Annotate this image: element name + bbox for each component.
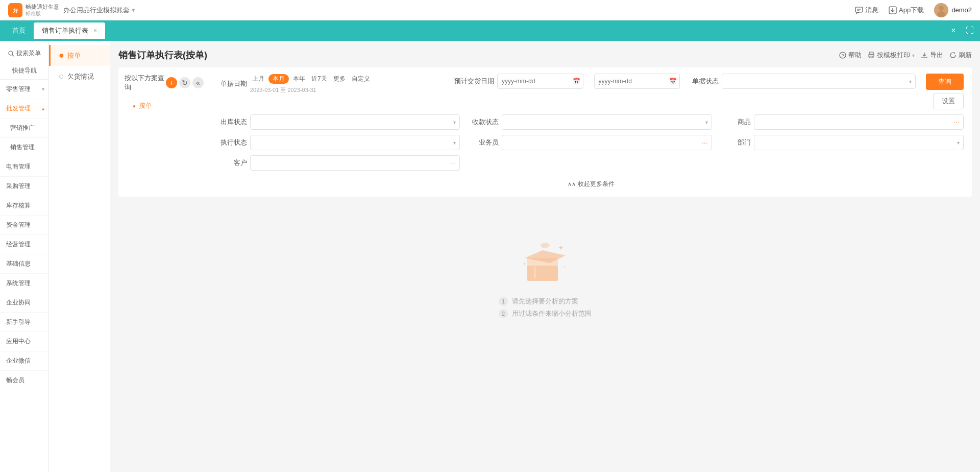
expected-date-label: 预计交货日期 <box>454 77 494 86</box>
product-input[interactable] <box>754 114 964 130</box>
dept-input[interactable] <box>754 135 964 150</box>
sidebar-item-finance[interactable]: 资金管理 <box>0 216 48 235</box>
sidebar-item-newbie[interactable]: 新手引导 <box>0 313 48 332</box>
calendar-end-icon[interactable]: 📅 <box>669 78 677 85</box>
page-actions: ? 帮助 按模板打印 ▾ <box>839 51 972 60</box>
filter-row-4: 客户 ··· <box>218 155 964 171</box>
user-area[interactable]: demo2 <box>934 3 972 17</box>
sidebar-item-wechat[interactable]: 企业微信 <box>0 351 48 371</box>
scheme-item-by-order[interactable]: ● 按单 <box>125 97 204 114</box>
app-download-button[interactable]: App下载 <box>889 6 924 15</box>
sidebar-item-sales[interactable]: 销售管理 <box>0 138 48 157</box>
status-input[interactable] <box>722 74 916 89</box>
date-btn-this-month[interactable]: 本月 <box>268 74 289 84</box>
export-button[interactable]: 导出 <box>921 51 943 60</box>
out-status-field: 出库状态 ▾ <box>218 114 460 130</box>
sidebar-item-inventory[interactable]: 库存核算 <box>0 196 48 216</box>
quick-nav[interactable]: 快捷导航 <box>0 62 48 80</box>
sidebar-item-enterprise[interactable]: 企业协同 <box>0 293 48 313</box>
scheme-title: 按以下方案查询 + ↻ « <box>125 74 204 92</box>
svg-line-11 <box>12 55 14 56</box>
date-btn-custom[interactable]: 自定义 <box>350 74 372 84</box>
sidebar-item-purchase[interactable]: 采购管理 <box>0 177 48 196</box>
sidebar-item-basic-info[interactable]: 基础信息 <box>0 254 48 274</box>
sidebar-item-retail[interactable]: 零售管理 ▾ <box>0 80 48 99</box>
svg-point-10 <box>9 51 13 55</box>
product-dots-icon[interactable]: ··· <box>953 118 960 126</box>
salesperson-dots-icon[interactable]: ··· <box>702 138 708 147</box>
settings-button[interactable]: 设置 <box>933 93 964 109</box>
breadcrumb[interactable]: 办公用品行业模拟账套 ▾ <box>63 6 135 15</box>
print-button[interactable]: 按模板打印 ▾ <box>868 51 915 60</box>
search-menu-button[interactable]: 搜索菜单 <box>4 49 44 58</box>
bullet-icon: ● <box>59 50 64 61</box>
customer-dots-icon[interactable]: ··· <box>450 159 456 167</box>
sidebar-item-marketing[interactable]: 营销推广 <box>0 119 48 138</box>
refresh-scheme-button[interactable]: ↻ <box>179 77 190 88</box>
exec-status-field: 执行状态 ▾ <box>218 135 460 150</box>
sidebar-item-ecommerce[interactable]: 电商管理 <box>0 157 48 177</box>
svg-rect-16 <box>870 56 873 58</box>
pay-status-input[interactable] <box>502 114 712 130</box>
sub-sidebar-item-by-order[interactable]: ● 按单 <box>49 45 110 66</box>
filter-body: 单据日期 上月 本月 本年 近7天 更多 自定义 20 <box>210 67 972 197</box>
tab-close-icon[interactable]: × <box>93 27 97 34</box>
refresh-button[interactable]: 刷新 <box>949 51 972 60</box>
date-btn-7days[interactable]: 近7天 <box>309 74 329 84</box>
exec-status-input[interactable] <box>250 135 460 150</box>
message-icon <box>855 6 863 14</box>
search-button[interactable]: 查询 <box>926 74 964 90</box>
sidebar-search[interactable]: 搜索菜单 <box>0 45 48 62</box>
expected-date-start-input[interactable] <box>497 74 583 89</box>
logo-icon: 好 <box>8 3 22 17</box>
date-label: 单据日期 <box>218 79 247 88</box>
sidebar-item-system[interactable]: 系统管理 <box>0 274 48 293</box>
date-btn-last-month[interactable]: 上月 <box>250 74 266 84</box>
empty-icon: ✦ ✦ ✦ <box>514 238 576 289</box>
svg-text:?: ? <box>841 53 844 58</box>
expected-date-end-input[interactable] <box>594 74 680 89</box>
window-expand-button[interactable]: ⛶ <box>964 25 976 37</box>
date-quick-row: 上月 本月 本年 近7天 更多 自定义 <box>250 74 444 84</box>
window-close-button[interactable]: × <box>947 25 960 37</box>
date-btn-more[interactable]: 更多 <box>331 74 348 84</box>
salesperson-input[interactable] <box>502 135 712 150</box>
status-field: 单据状态 ▾ <box>690 74 916 89</box>
dept-field: 部门 ▾ <box>722 135 964 150</box>
filter-layout: 按以下方案查询 + ↻ « ● 按单 <box>118 67 972 197</box>
sub-sidebar: ● 按单 ○ 欠货情况 <box>49 41 110 472</box>
pay-status-label: 收款状态 <box>470 117 499 127</box>
sub-sidebar-item-shortage[interactable]: ○ 欠货情况 <box>49 66 110 87</box>
date-btn-this-year[interactable]: 本年 <box>291 74 307 84</box>
svg-point-9 <box>937 11 945 17</box>
main-layout: 搜索菜单 快捷导航 零售管理 ▾ 批发管理 ▴ 营销推广 销售管理 电商管理 采… <box>0 0 980 472</box>
collapse-more-button[interactable]: ∧∧ 收起更多条件 <box>218 176 964 191</box>
svg-point-8 <box>939 6 944 11</box>
avatar <box>934 3 948 17</box>
expected-date-field: 预计交货日期 📅 — 📅 <box>454 74 680 89</box>
refresh-icon <box>949 52 957 59</box>
tab-sales-order[interactable]: 销售订单执行表 × <box>34 22 105 39</box>
active-dot-icon: ● <box>133 103 136 109</box>
help-icon: ? <box>839 52 846 59</box>
export-icon <box>921 52 928 59</box>
pay-status-field: 收款状态 ▾ <box>470 114 712 130</box>
message-button[interactable]: 消息 <box>855 6 878 15</box>
sidebar-item-member[interactable]: 畅会员 <box>0 371 48 390</box>
add-scheme-button[interactable]: + <box>166 77 177 88</box>
product-field: 商品 ··· <box>722 114 964 130</box>
customer-input[interactable] <box>250 155 460 171</box>
calendar-start-icon[interactable]: 📅 <box>573 78 580 85</box>
tab-bar-controls: × ⛶ <box>947 25 976 37</box>
help-button[interactable]: ? 帮助 <box>839 51 862 60</box>
out-status-input[interactable] <box>250 114 460 130</box>
sidebar-item-wholesale[interactable]: 批发管理 ▴ <box>0 99 48 119</box>
sidebar-item-operations[interactable]: 经营管理 <box>0 235 48 254</box>
filter-row-1: 单据日期 上月 本月 本年 近7天 更多 自定义 20 <box>218 74 964 109</box>
chevron-up-icon: ▴ <box>42 106 44 111</box>
sidebar-item-app-center[interactable]: 应用中心 <box>0 332 48 351</box>
empty-tips: 1 请先选择要分析的方案 2 用过滤条件来缩小分析范围 <box>499 297 592 318</box>
tab-home[interactable]: 首页 <box>4 22 34 39</box>
collapse-button[interactable]: « <box>192 77 204 88</box>
svg-text:✦: ✦ <box>522 261 526 267</box>
